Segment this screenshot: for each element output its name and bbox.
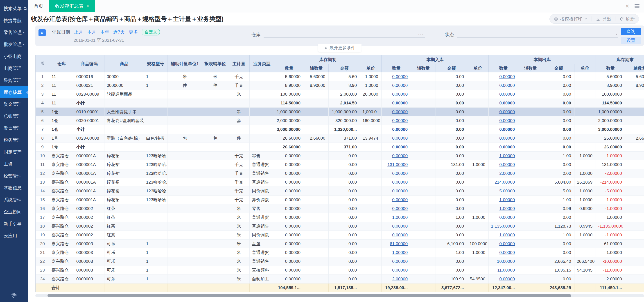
table-row[interactable]: 21嘉兴路仓0000003可乐1米普通进货0.000000.001.000001… bbox=[36, 248, 644, 257]
table-row[interactable]: 17嘉兴路仓0000002红茶米普通进货0.000000.001.000001.… bbox=[36, 213, 644, 222]
drill-down-link[interactable]: 0.00000 bbox=[382, 266, 411, 275]
tab-home[interactable]: 首页 bbox=[28, 0, 49, 12]
drill-down-link[interactable]: 0.00000 bbox=[382, 143, 411, 152]
drill-down-link[interactable]: 0.00000 bbox=[489, 134, 518, 143]
drill-down-link[interactable]: 2.00000 bbox=[489, 169, 518, 178]
drill-down-link[interactable]: 0.00000 bbox=[489, 248, 518, 257]
drill-down-link[interactable]: 2.00000 bbox=[382, 275, 411, 283]
drill-down-link[interactable]: 1.00000 bbox=[489, 152, 518, 160]
drill-down-link[interactable]: 0.00000 bbox=[382, 196, 411, 204]
export-button[interactable]: 导出 bbox=[592, 15, 615, 24]
drill-down-link[interactable]: 0.00000 bbox=[489, 90, 518, 99]
sidebar-item-ecommerce[interactable]: 电商管理 bbox=[0, 62, 28, 74]
tab-close-icon[interactable]: × bbox=[86, 4, 89, 9]
date-quick-link[interactable]: 本月 bbox=[87, 29, 96, 35]
sidebar-item-retail[interactable]: 零售管理▾ bbox=[0, 27, 28, 39]
table-row[interactable]: 16嘉兴路仓0000002红茶米零售0.000000.000.000000.00… bbox=[36, 204, 644, 213]
sidebar-item-operations[interactable]: 经营管理 bbox=[0, 170, 28, 182]
collapse-filter-button[interactable]: » bbox=[38, 29, 46, 36]
table-row[interactable]: 10嘉兴路仓0000001A碎花裙123哈哈哈...千克零售0.000000.0… bbox=[36, 152, 644, 160]
table-row[interactable]: 23嘉兴路仓0000003可乐1米直接领料0.000000.000.000000… bbox=[36, 266, 644, 275]
drill-down-link[interactable]: 0.00000 bbox=[382, 99, 411, 108]
sidebar-item-xiaochang-ec[interactable]: 小畅电商 bbox=[0, 51, 28, 62]
drill-down-link[interactable]: 0.00000 bbox=[489, 240, 518, 248]
sidebar-item-collaboration[interactable]: 企业协同 bbox=[0, 206, 28, 218]
table-row[interactable]: 12嘉兴路仓0000001A碎花裙123哈哈哈...千克普通销售0.000000… bbox=[36, 169, 644, 178]
drill-down-link[interactable]: 0.00000 bbox=[489, 125, 518, 134]
tab-menu-icon[interactable] bbox=[634, 4, 640, 8]
table-row[interactable]: 51仓0019-00001大金刚菩提手串串1,000.000001,000,00… bbox=[36, 108, 644, 116]
drill-down-link[interactable]: 0.00000 bbox=[382, 81, 411, 90]
drill-down-link[interactable]: 0.00000 bbox=[382, 90, 411, 99]
date-quick-link[interactable]: 本年 bbox=[100, 29, 109, 35]
table-row[interactable]: 91号小计26.60000371.000.000000.000.000000.0… bbox=[36, 143, 644, 152]
sidebar-item-search-menu[interactable]: 搜索菜单 bbox=[0, 3, 28, 15]
drill-down-link[interactable]: 5.00000 bbox=[489, 187, 518, 196]
settings-button[interactable]: 设置 bbox=[621, 37, 641, 44]
sidebar-item-wholesale[interactable]: 批发管理▾ bbox=[0, 39, 28, 51]
drill-down-link[interactable]: 0.00000 bbox=[489, 81, 518, 90]
drill-down-link[interactable]: 11.00000 bbox=[489, 266, 518, 275]
drill-down-link[interactable]: 1.00000 bbox=[382, 248, 411, 257]
tab-active[interactable]: 收发存汇总表 × bbox=[49, 0, 95, 12]
sidebar-item-inventory-accounting[interactable]: 库存核算 bbox=[0, 86, 28, 98]
close-all-icon[interactable]: × bbox=[626, 3, 629, 9]
table-row[interactable]: 19嘉兴路仓0000002红茶米同价调拨0.000000.000.000000.… bbox=[36, 231, 644, 240]
sidebar-item-system[interactable]: 系统管理 bbox=[0, 194, 28, 206]
drill-down-link[interactable]: 0.00000 bbox=[489, 72, 518, 81]
table-row[interactable]: 20嘉兴路仓0000003可乐1米盘盈0.000000.0061.000006,… bbox=[36, 240, 644, 248]
drill-down-link[interactable]: 10.00000 bbox=[489, 257, 518, 266]
drill-down-link[interactable]: 61.00000 bbox=[382, 240, 411, 248]
drill-down-link[interactable]: 1.00000 bbox=[382, 213, 411, 222]
table-row[interactable]: 24嘉兴路仓0000003可乐1米自制加工0.000000.002.000001… bbox=[36, 275, 644, 283]
drill-down-link[interactable]: 0.00000 bbox=[489, 108, 518, 116]
sidebar-item-fixed-assets[interactable]: 固定资产 bbox=[0, 146, 28, 158]
drill-down-link[interactable]: 0.00000 bbox=[489, 99, 518, 108]
warehouse-input[interactable]: ··· bbox=[264, 31, 425, 38]
drill-down-link[interactable]: 0.00000 bbox=[382, 72, 411, 81]
ellipsis-icon[interactable]: ··· bbox=[418, 31, 425, 37]
sidebar-item-funds[interactable]: 资金管理 bbox=[0, 98, 28, 110]
drill-down-link[interactable]: 0.00000 bbox=[382, 187, 411, 196]
date-quick-link[interactable]: 近7天 bbox=[113, 29, 125, 35]
drill-down-link[interactable]: 0.00000 bbox=[382, 134, 411, 143]
print-by-template-button[interactable]: 按模板打印 bbox=[550, 15, 592, 24]
sidebar-item-invoice[interactable]: 发票管理 bbox=[0, 122, 28, 134]
sidebar-item-cloud-apps[interactable]: 云应用 bbox=[0, 230, 28, 242]
sidebar-item-payroll[interactable]: 工资 bbox=[0, 158, 28, 170]
drill-down-link[interactable]: 0.00000 bbox=[489, 213, 518, 222]
drill-down-link[interactable]: 0.00000 bbox=[489, 275, 518, 283]
sidebar-item-quick-nav[interactable]: 快捷导航 bbox=[0, 15, 28, 27]
drill-down-link[interactable]: 0.00000 bbox=[382, 257, 411, 266]
sidebar-item-base-info[interactable]: 基础信息 bbox=[0, 182, 28, 194]
horizontal-scrollbar[interactable] bbox=[35, 294, 644, 297]
table-row[interactable]: 211000002100000001件件千克8.900008.900008.90… bbox=[36, 81, 644, 90]
drill-down-link[interactable]: 0.00000 bbox=[382, 125, 411, 134]
date-quick-link[interactable]: 上月 bbox=[74, 29, 83, 35]
table-row[interactable]: 3110023-00009软硬通用商品米100.000002,000.0020.… bbox=[36, 90, 644, 99]
drill-down-link[interactable]: 0.00000 bbox=[382, 204, 411, 213]
drill-down-link[interactable]: 1.00000 bbox=[489, 231, 518, 240]
custom-date-button[interactable]: 自定义 bbox=[142, 29, 160, 35]
refresh-button[interactable]: 刷新 bbox=[616, 15, 639, 24]
drill-down-link[interactable]: 0.00000 bbox=[382, 178, 411, 187]
table-row[interactable]: 411小计114.500002,014.500.000000.000.00000… bbox=[36, 99, 644, 108]
drill-down-link[interactable]: 0.00000 bbox=[489, 160, 518, 169]
drill-down-link[interactable]: 214.00000 bbox=[489, 178, 518, 187]
table-row[interactable]: 15嘉兴路仓0000001A碎花裙123哈哈哈...千克异价调拨0.000000… bbox=[36, 196, 644, 204]
table-row[interactable]: 13嘉兴路仓0000001A碎花裙123哈哈哈...千克普通销售0.000000… bbox=[36, 178, 644, 187]
drill-down-link[interactable]: 0.00000 bbox=[489, 143, 518, 152]
drill-down-link[interactable]: 0.00000 bbox=[382, 169, 411, 178]
drill-down-link[interactable]: 0.00000 bbox=[489, 116, 518, 125]
drill-down-link[interactable]: 0.00000 bbox=[382, 231, 411, 240]
drill-down-link[interactable]: 1.00000 bbox=[489, 204, 518, 213]
drill-down-link[interactable]: 0.00000 bbox=[382, 222, 411, 231]
query-button[interactable]: 查询 bbox=[621, 28, 641, 35]
sidebar-item-general-ledger[interactable]: 总账管理 bbox=[0, 110, 28, 122]
column-settings-button[interactable] bbox=[36, 55, 49, 72]
sidebar-item-tax[interactable]: 税务管理 bbox=[0, 134, 28, 146]
drill-down-link[interactable]: 1,135.00000 bbox=[489, 222, 518, 231]
drill-down-link[interactable]: 131.00000 bbox=[382, 160, 411, 169]
drill-down-link[interactable]: 1.00000 bbox=[489, 196, 518, 204]
sidebar-item-purchase[interactable]: 采购管理 bbox=[0, 74, 28, 86]
